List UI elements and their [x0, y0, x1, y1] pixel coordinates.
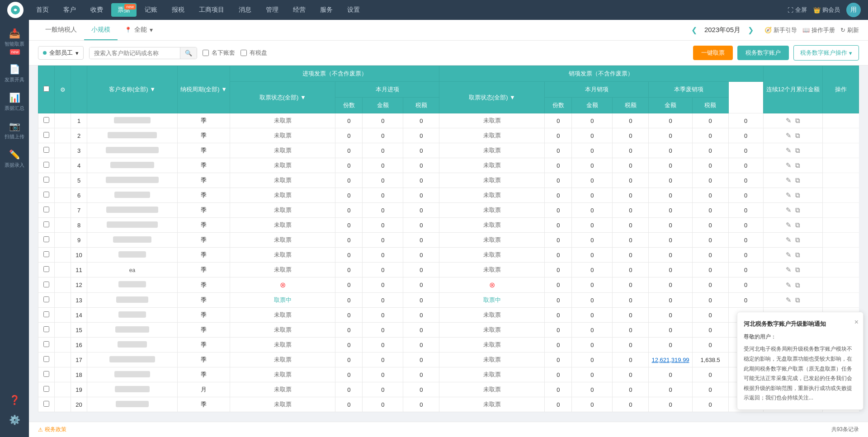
- sidebar-item-help[interactable]: ❓: [9, 390, 20, 410]
- copy-icon[interactable]: ⧉: [795, 176, 800, 184]
- row-checkbox[interactable]: [43, 251, 49, 257]
- member-btn[interactable]: 👑 购会员: [813, 6, 840, 14]
- manual-btn[interactable]: 📖 操作手册: [802, 26, 835, 34]
- row-checkbox[interactable]: [43, 221, 49, 227]
- edit-icon[interactable]: ✎: [786, 146, 792, 155]
- check-all[interactable]: [43, 86, 49, 92]
- row-checkbox[interactable]: [43, 192, 49, 197]
- row-checkbox[interactable]: [43, 341, 49, 347]
- copy-icon[interactable]: ⧉: [795, 236, 800, 244]
- season-money-value[interactable]: 12,621,319.99: [651, 357, 689, 363]
- row-checkbox[interactable]: [43, 296, 49, 302]
- guide-btn[interactable]: 🧭 新手引导: [764, 26, 797, 34]
- edit-icon[interactable]: ✎: [786, 251, 792, 259]
- nav-tax[interactable]: 报税: [165, 3, 191, 17]
- nav-accounting[interactable]: 记账: [138, 3, 164, 17]
- copy-icon[interactable]: ⧉: [795, 191, 800, 199]
- copy-icon[interactable]: ⧉: [795, 206, 800, 214]
- row-checkbox[interactable]: [43, 356, 49, 362]
- nav-manage[interactable]: 管理: [259, 3, 285, 17]
- tab-general[interactable]: 一般纳税人: [38, 20, 84, 40]
- user-avatar[interactable]: 用: [846, 3, 861, 17]
- checkbox-taxdisk[interactable]: 有税盘: [241, 49, 267, 57]
- edit-icon[interactable]: ✎: [786, 176, 792, 184]
- copy-icon[interactable]: ⧉: [795, 296, 800, 304]
- copy-icon[interactable]: ⧉: [795, 266, 800, 274]
- copy-icon[interactable]: ⧉: [795, 146, 800, 155]
- notification-close-btn[interactable]: ×: [854, 316, 859, 329]
- sidebar-item-bill-entry[interactable]: ✏️ 票据录入: [0, 145, 29, 173]
- edit-icon[interactable]: ✎: [786, 161, 792, 169]
- row-checkbox[interactable]: [43, 162, 49, 168]
- next-month-btn[interactable]: ❯: [746, 24, 755, 36]
- copy-icon[interactable]: ⧉: [795, 132, 800, 140]
- row-check-cell: [38, 248, 55, 263]
- copy-icon[interactable]: ⧉: [795, 117, 800, 125]
- th-period[interactable]: 纳税周期(全部) ▼: [178, 66, 230, 113]
- row-checkbox[interactable]: [43, 132, 49, 138]
- row-in-tax: 0: [403, 143, 439, 158]
- search-button[interactable]: 🔍: [180, 47, 197, 59]
- edit-icon[interactable]: ✎: [786, 266, 792, 274]
- row-checkbox[interactable]: [43, 236, 49, 242]
- sidebar-item-bill-summary[interactable]: 📊 票据汇总: [0, 88, 29, 116]
- checkbox-accounts[interactable]: 名下账套: [203, 49, 235, 57]
- refresh-btn[interactable]: ↻ 刷新: [840, 26, 859, 34]
- row-cumulative: 0: [728, 277, 763, 293]
- digital-account-dropdown-btn[interactable]: 税务数字账户操作 ▾: [793, 45, 859, 61]
- nav-business[interactable]: 工商项目: [193, 3, 231, 17]
- copy-icon[interactable]: ⧉: [795, 281, 800, 289]
- one-key-btn[interactable]: 一键取票: [693, 46, 733, 60]
- sidebar-item-settings[interactable]: ⚙️: [9, 410, 20, 430]
- row-in-tax: 0: [403, 113, 439, 128]
- copy-icon[interactable]: ⧉: [795, 221, 800, 229]
- edit-icon[interactable]: ✎: [786, 281, 792, 289]
- edit-icon[interactable]: ✎: [786, 221, 792, 229]
- sidebar-item-smart-ticket[interactable]: 📥 智能取票 new: [0, 23, 29, 59]
- row-checkbox[interactable]: [43, 311, 49, 317]
- edit-icon[interactable]: ✎: [786, 117, 792, 125]
- nav-customer[interactable]: 客户: [57, 3, 82, 17]
- row-checkbox[interactable]: [43, 147, 49, 153]
- row-checkbox[interactable]: [43, 117, 49, 123]
- gear-icon[interactable]: ⚙: [60, 86, 66, 93]
- th-name[interactable]: 客户名称(全部) ▼: [87, 66, 178, 113]
- row-num: 13: [71, 293, 87, 308]
- checkbox-taxdisk-input[interactable]: [241, 50, 247, 56]
- row-checkbox[interactable]: [43, 386, 49, 392]
- prev-month-btn[interactable]: ❮: [689, 24, 699, 36]
- row-checkbox[interactable]: [43, 282, 49, 287]
- edit-icon[interactable]: ✎: [786, 236, 792, 244]
- checkbox-accounts-input[interactable]: [203, 50, 209, 56]
- copy-icon[interactable]: ⧉: [795, 251, 800, 259]
- nav-message[interactable]: 消息: [232, 3, 258, 17]
- nav-fee[interactable]: 收费: [84, 3, 109, 17]
- edit-icon[interactable]: ✎: [786, 132, 792, 140]
- nav-settings[interactable]: 设置: [341, 3, 366, 17]
- row-checkbox[interactable]: [43, 401, 49, 407]
- search-input[interactable]: [90, 47, 180, 59]
- row-checkbox[interactable]: [43, 326, 49, 332]
- edit-icon[interactable]: ✎: [786, 191, 792, 199]
- th-in-status[interactable]: 取票状态(全部) ▼: [230, 82, 335, 113]
- nav-bill[interactable]: 票据 new: [111, 3, 137, 17]
- digital-account-btn[interactable]: 税务数字账户: [737, 46, 789, 60]
- row-checkbox[interactable]: [43, 207, 49, 212]
- nav-home[interactable]: 首页: [30, 3, 55, 17]
- nav-service[interactable]: 服务: [314, 3, 339, 17]
- row-checkbox[interactable]: [43, 266, 49, 272]
- edit-icon[interactable]: ✎: [786, 296, 792, 304]
- row-checkbox[interactable]: [43, 177, 49, 183]
- copy-icon[interactable]: ⧉: [795, 161, 800, 169]
- fullscreen-btn[interactable]: ⛶ 全屏: [788, 6, 807, 14]
- sidebar-item-scan-upload[interactable]: 📷 扫描上传: [0, 116, 29, 145]
- row-checkbox[interactable]: [43, 371, 49, 377]
- employee-filter[interactable]: 全部员工 ▾: [38, 46, 84, 60]
- sidebar-item-invoice-open[interactable]: 📄 发票开具: [0, 59, 29, 88]
- tax-policy-link[interactable]: ⚠ 税务政策: [38, 426, 66, 433]
- th-out-status[interactable]: 取票状态(全部) ▼: [439, 82, 545, 113]
- edit-icon[interactable]: ✎: [786, 206, 792, 214]
- tab-all[interactable]: 📍 全能 ▾: [118, 20, 160, 40]
- tab-small-scale[interactable]: 小规模: [84, 20, 118, 40]
- nav-operation[interactable]: 经营: [287, 3, 312, 17]
